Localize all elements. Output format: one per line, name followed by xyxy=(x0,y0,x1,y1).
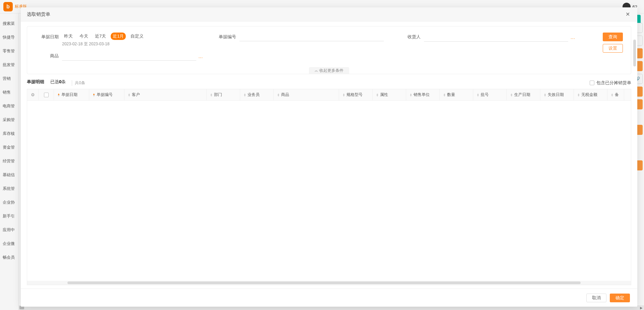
select-all-checkbox[interactable] xyxy=(44,93,49,97)
col-notax[interactable]: ▲▼无税金额 xyxy=(574,89,607,100)
chevron-up-icon: ︽ xyxy=(315,68,318,73)
order-no-input[interactable] xyxy=(239,33,384,41)
col-label-expire: 失效日期 xyxy=(548,92,564,98)
filter-panel: 单据日期 昨天今天近7天近1月自定义 2023-02-18 至 2023-03-… xyxy=(27,26,631,74)
col-spec[interactable]: ▲▼规格型号 xyxy=(339,89,373,100)
include-split-checkbox[interactable]: 包含已分摊销货单 xyxy=(590,80,631,86)
filter-product: 商品 … xyxy=(35,52,609,61)
col-ck[interactable] xyxy=(39,89,54,100)
col-remark[interactable]: ▲▼备 xyxy=(607,89,624,100)
table-body-empty xyxy=(27,101,631,281)
date-range-text: 2023-02-18 至 2023-03-18 xyxy=(62,41,146,47)
col-prod_date[interactable]: ▲▼生产日期 xyxy=(507,89,540,100)
col-label-date: 单据日期 xyxy=(61,92,77,98)
modal-header: 选取销货单 ✕ xyxy=(21,7,637,21)
col-unit[interactable]: ▲▼销售单位 xyxy=(406,89,440,100)
col-label-attr: 属性 xyxy=(380,92,388,98)
sort-icon[interactable]: ▲▼ xyxy=(410,93,412,97)
filter-orderno-label: 单据编号 xyxy=(213,33,239,40)
col-label-sales: 业务员 xyxy=(248,92,260,98)
sort-icon[interactable]: ▲▼ xyxy=(57,93,60,97)
table-horizontal-scrollbar[interactable] xyxy=(27,281,631,285)
sort-icon[interactable]: ▲▼ xyxy=(210,93,213,97)
selected-prefix: 已选 xyxy=(50,79,59,84)
tab-selected-count[interactable]: 已选0条 xyxy=(50,79,66,87)
modal-footer: 取消 确定 xyxy=(21,289,637,307)
date-preset-group: 昨天今天近7天近1月自定义 xyxy=(62,33,146,40)
col-label-prod: 商品 xyxy=(281,92,289,98)
filter-order-no: 单据编号 xyxy=(213,33,384,47)
col-label-cust: 客户 xyxy=(132,92,140,98)
select-sales-order-modal: 选取销货单 ✕ 单据日期 昨天今天近7天近1月自定义 2023-02-18 至 … xyxy=(21,7,637,307)
date-preset-0[interactable]: 昨天 xyxy=(62,33,75,40)
filter-receiver-label: 收货人 xyxy=(397,33,424,40)
sort-icon[interactable]: ▲▼ xyxy=(477,93,479,97)
sort-icon[interactable]: ▲▼ xyxy=(128,93,130,97)
order-table: ⚙▲▼单据日期▲▼单据编号▲▼客户▲▼部门▲▼业务员▲▼商品▲▼规格型号▲▼属性… xyxy=(27,89,631,285)
filter-receiver: 收货人 … xyxy=(397,33,577,47)
modal-vscroll-thumb[interactable] xyxy=(633,40,636,66)
col-attr[interactable]: ▲▼属性 xyxy=(373,89,406,100)
cancel-button[interactable]: 取消 xyxy=(586,294,606,302)
search-button[interactable]: 查询 xyxy=(603,33,623,41)
sort-icon[interactable]: ▲▼ xyxy=(244,93,246,97)
include-split-label: 包含已分摊销货单 xyxy=(596,80,631,86)
col-label-remark: 备 xyxy=(615,92,619,98)
date-preset-2[interactable]: 近7天 xyxy=(93,33,108,40)
sort-icon[interactable]: ▲▼ xyxy=(611,93,613,97)
col-batch[interactable]: ▲▼批号 xyxy=(473,89,507,100)
col-cust[interactable]: ▲▼客户 xyxy=(124,89,207,100)
col-label-spec: 规格型号 xyxy=(346,92,363,98)
col-label-no: 单据编号 xyxy=(97,92,113,98)
sort-icon[interactable]: ▲▼ xyxy=(342,93,345,97)
receiver-more-icon[interactable]: … xyxy=(568,35,577,40)
confirm-button[interactable]: 确定 xyxy=(610,294,630,302)
modal-body: 单据日期 昨天今天近7天近1月自定义 2023-02-18 至 2023-03-… xyxy=(21,21,637,289)
col-no[interactable]: ▲▼单据编号 xyxy=(89,89,124,100)
col-dept[interactable]: ▲▼部门 xyxy=(207,89,240,100)
close-icon[interactable]: ✕ xyxy=(624,11,631,18)
settings-button[interactable]: 设置 xyxy=(603,44,623,53)
receiver-input[interactable] xyxy=(424,33,568,42)
modal-title: 选取销货单 xyxy=(27,11,50,17)
product-more-icon[interactable]: … xyxy=(196,54,205,59)
col-label-dept: 部门 xyxy=(214,92,222,98)
col-label-notax: 无税金额 xyxy=(581,92,597,98)
gear-icon[interactable]: ⚙ xyxy=(31,92,35,97)
col-prod[interactable]: ▲▼商品 xyxy=(274,89,339,100)
modal-vertical-scrollbar[interactable] xyxy=(633,40,636,268)
col-qty[interactable]: ▲▼数量 xyxy=(440,89,473,100)
date-preset-1[interactable]: 今天 xyxy=(77,33,90,40)
total-count-label: 共0条 xyxy=(72,80,85,86)
col-label-prod_date: 生产日期 xyxy=(514,92,530,98)
checkbox-icon[interactable] xyxy=(590,81,594,85)
date-preset-4[interactable]: 自定义 xyxy=(128,33,146,40)
filter-date-label: 单据日期 xyxy=(35,33,62,40)
col-label-unit: 销售单位 xyxy=(414,92,430,98)
sort-icon[interactable]: ▲▼ xyxy=(277,93,280,97)
table-hscroll-thumb[interactable] xyxy=(67,281,581,284)
sort-icon[interactable]: ▲▼ xyxy=(544,93,546,97)
collapse-filters-button[interactable]: ︽ 收起更多条件 xyxy=(309,67,349,74)
col-sales[interactable]: ▲▼业务员 xyxy=(240,89,274,100)
col-gear[interactable]: ⚙ xyxy=(27,89,39,100)
sort-icon[interactable]: ▲▼ xyxy=(510,93,513,97)
sort-icon[interactable]: ▲▼ xyxy=(443,93,446,97)
filter-order-date: 单据日期 昨天今天近7天近1月自定义 2023-02-18 至 2023-03-… xyxy=(35,33,146,47)
product-input[interactable] xyxy=(62,52,196,61)
filter-action-buttons: 查询 设置 xyxy=(603,33,623,53)
sort-icon[interactable]: ▲▼ xyxy=(93,93,95,97)
tab-order-detail[interactable]: 单据明细 xyxy=(27,79,44,87)
sort-icon[interactable]: ▲▼ xyxy=(376,93,379,97)
filter-product-label: 商品 xyxy=(35,52,62,59)
sort-icon[interactable]: ▲▼ xyxy=(577,93,580,97)
table-header: ⚙▲▼单据日期▲▼单据编号▲▼客户▲▼部门▲▼业务员▲▼商品▲▼规格型号▲▼属性… xyxy=(27,89,631,101)
selected-suffix: 条 xyxy=(61,79,66,84)
col-expire[interactable]: ▲▼失效日期 xyxy=(540,89,574,100)
col-date[interactable]: ▲▼单据日期 xyxy=(54,89,89,100)
date-preset-3[interactable]: 近1月 xyxy=(111,33,126,40)
col-label-qty: 数量 xyxy=(447,92,455,98)
tab-row: 单据明细 已选0条 共0条 包含已分摊销货单 xyxy=(27,79,631,87)
collapse-label: 收起更多条件 xyxy=(319,68,343,73)
col-label-batch: 批号 xyxy=(481,92,489,98)
